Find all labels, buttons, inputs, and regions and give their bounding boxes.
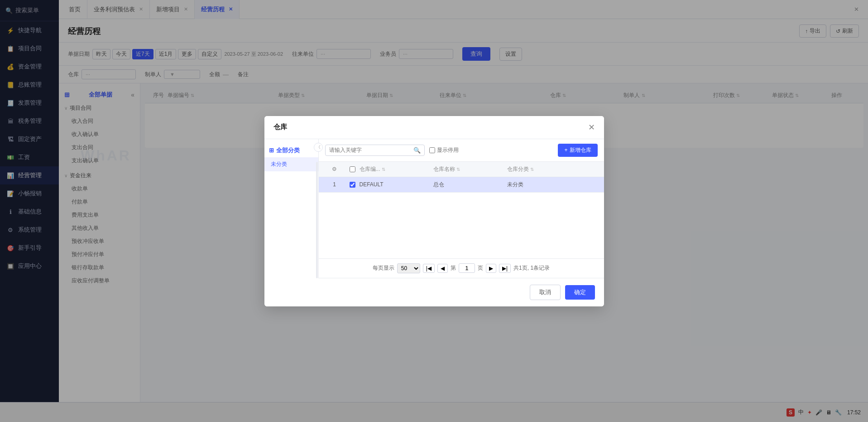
modal-close-button[interactable]: ✕ (588, 122, 595, 132)
row-num: 1 (323, 181, 346, 188)
modal-table-header: ⚙ 仓库编... ⇅ 仓库名称 ⇅ 仓库分类 (319, 162, 604, 177)
show-disabled-text: 显示停用 (437, 146, 459, 154)
row-code: DEFAULT (360, 181, 433, 188)
modal-pagination: 每页显示 50 100 |◀ ◀ 第 页 ▶ ▶| 共1页, 1条记录 (319, 258, 604, 278)
modal-th-category[interactable]: 仓库分类 ⇅ (507, 165, 599, 173)
modal-header: 仓库 ✕ (264, 116, 604, 139)
modal-last-page-btn[interactable]: ▶| (499, 264, 511, 273)
th-code-label: 仓库编... (360, 165, 380, 173)
row-check[interactable] (346, 182, 360, 188)
modal-left-scrollbar[interactable] (316, 162, 318, 278)
modal-left-items: 未分类 (264, 157, 318, 171)
modal-search-input[interactable] (329, 147, 411, 153)
modal-page-number-input[interactable] (459, 263, 475, 273)
modal-page-suffix: 页 (478, 264, 483, 272)
modal-first-page-btn[interactable]: |◀ (423, 264, 435, 273)
modal-cancel-button[interactable]: 取消 (530, 285, 561, 300)
modal-select-all-checkbox[interactable] (350, 166, 355, 172)
show-disabled-label[interactable]: 显示停用 (429, 146, 459, 154)
modal-th-gear[interactable]: ⚙ (323, 166, 346, 172)
modal-confirm-button[interactable]: 确定 (565, 285, 595, 300)
modal-th-check[interactable] (346, 166, 360, 172)
modal-total-text: 共1页, 1条记录 (513, 264, 550, 272)
modal-per-page-select[interactable]: 50 100 (397, 263, 420, 273)
th-name-label: 仓库名称 (433, 165, 455, 173)
th-cat-label: 仓库分类 (507, 165, 529, 173)
add-icon: + (564, 147, 567, 153)
modal-left-panel: ⊞ 全部分类 《 未分类 (264, 139, 319, 278)
modal-right-panel: 🔍 显示停用 + 新增仓库 ⚙ (319, 139, 604, 278)
modal-per-page-label: 每页显示 (373, 264, 394, 272)
modal-next-page-btn[interactable]: ▶ (486, 264, 496, 273)
cat-sort-icon: ⇅ (530, 167, 534, 172)
modal-body: ⊞ 全部分类 《 未分类 🔍 (264, 139, 604, 278)
modal-prev-page-btn[interactable]: ◀ (437, 264, 448, 273)
modal-left-header[interactable]: ⊞ 全部分类 (264, 144, 318, 157)
code-sort-icon: ⇅ (382, 167, 385, 172)
modal-table: ⚙ 仓库编... ⇅ 仓库名称 ⇅ 仓库分类 (319, 162, 604, 258)
add-warehouse-label: 新增仓库 (570, 146, 591, 154)
modal-left-item[interactable]: 未分类 (264, 157, 318, 171)
modal-overlay: 仓库 ✕ ⊞ 全部分类 《 未分类 (0, 0, 868, 422)
row-checkbox[interactable] (350, 182, 355, 188)
modal-search-icon: 🔍 (413, 147, 421, 154)
modal-search-box[interactable]: 🔍 (325, 145, 425, 156)
row-category: 未分类 (507, 181, 599, 189)
all-category-label: 全部分类 (276, 146, 300, 155)
table-row[interactable]: 1 DEFAULT 总仓 未分类 (319, 177, 604, 193)
row-name: 总仓 (433, 181, 507, 189)
modal-th-code[interactable]: 仓库编... ⇅ (360, 165, 433, 173)
modal-footer: 取消 确定 (264, 278, 604, 306)
warehouse-modal: 仓库 ✕ ⊞ 全部分类 《 未分类 (264, 116, 604, 306)
modal-title: 仓库 (273, 123, 287, 131)
all-category-icon: ⊞ (269, 147, 274, 154)
show-disabled-checkbox[interactable] (429, 147, 435, 153)
modal-th-name[interactable]: 仓库名称 ⇅ (433, 165, 507, 173)
modal-left-collapse-btn[interactable]: 《 (314, 143, 323, 152)
modal-toolbar: 🔍 显示停用 + 新增仓库 (319, 139, 604, 162)
modal-page-label: 第 (451, 264, 456, 272)
name-sort-icon: ⇅ (456, 167, 460, 172)
add-warehouse-button[interactable]: + 新增仓库 (558, 144, 597, 157)
